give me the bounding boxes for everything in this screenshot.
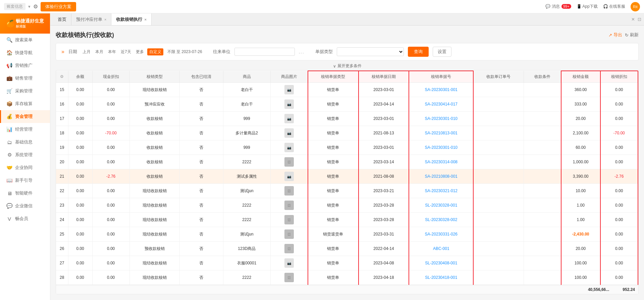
cell-writeoff-doc-type: 销货单 [308,242,359,256]
tab-receipt-close[interactable]: × [144,17,146,22]
from-unit-input[interactable] [234,48,295,56]
doc-type-select[interactable] [337,47,404,56]
page-content: 收款核销执行(按收款) ↗ 导出 ↻ 刷新 » 日期 [50,26,644,300]
sidebar-item-guide[interactable]: 📖新手引导 [0,174,50,187]
writeoff-doc-link[interactable]: SA-20230414-017 [425,102,458,106]
cell-writeoff-doc-no: SL-20230418-001 [409,270,473,285]
date-btn-this-month[interactable]: 本月 [94,48,105,55]
cell-writeoff-amount: 1.00 [561,198,600,213]
writeoff-doc-link[interactable]: SA-20230331-026 [425,232,458,237]
cell-writeoff-doc-type: 销货单 [308,97,359,112]
query-button[interactable]: 查询 [408,47,429,57]
table-row: 15 0.00 0.00 现结收款核销 否 老白干 📷 销货单 2023-03-… [56,83,638,97]
cell-balance: 0.00 [68,112,92,126]
date-btn-more[interactable]: 更多 [135,48,145,55]
tab-expand-icon[interactable]: ⊡ [638,17,641,22]
trial-btn[interactable]: 体验行业方案 [41,2,76,11]
online-service-link[interactable]: 🎧 在线客服 [603,4,625,9]
date-btn-custom[interactable]: 自定义 [147,48,163,55]
cell-included-clear: 否 [179,184,223,198]
cell-writeoff-type: 现结收款核销 [129,227,179,242]
cell-goods: 999 [223,112,270,126]
writeoff-doc-link[interactable]: SL-20230328-001 [425,203,457,208]
tab-bar-actions: ✕ ⊡ [631,17,641,22]
cell-writeoff-doc-type: 销货退货单 [308,227,359,242]
refresh-button[interactable]: ↻ 刷新 [625,32,639,38]
sidebar-label-hardware: 智能硬件 [15,190,33,196]
sidebar-item-purchase[interactable]: 🛒采购管理 [0,85,50,97]
date-btn-last-month[interactable]: 上月 [81,48,92,55]
sidebar-label-search: 搜索菜单 [15,37,33,43]
writeoff-doc-link[interactable]: SA-20210808-001 [425,174,458,179]
writeoff-doc-link[interactable]: SA-20210813-001 [425,131,458,135]
writeoff-doc-link[interactable]: SA-20230301-010 [425,145,458,150]
finance-icon: 💰 [6,114,12,120]
writeoff-doc-link[interactable]: ABC-001 [433,246,449,251]
collab-icon: 🤝 [6,165,12,171]
writeoff-doc-link[interactable]: SA-20230301-010 [425,116,458,121]
writeoff-doc-link[interactable]: SL-20230408-001 [425,261,457,265]
tab-home[interactable]: 首页 [53,13,71,25]
marketing-icon: 📢 [6,62,12,69]
cell-writeoff-doc-date: 2023-04-14 [359,97,409,112]
cell-writeoff-doc-type: 销货单 [308,184,359,198]
tab-receipt[interactable]: 收款核销执行 × [111,13,151,25]
writeoff-doc-link[interactable]: SL-20230328-002 [425,217,457,222]
sidebar-item-member[interactable]: V畅会员 [0,212,50,225]
cell-writeoff-doc-no: SA-20230301-010 [409,112,473,126]
chevron-down-icon[interactable]: ▾ [28,4,31,9]
date-options: 上月 本月 本年 近7天 更多 自定义 [81,48,163,55]
app-download-link[interactable]: 📱 App下载 [577,4,598,9]
writeoff-doc-link[interactable]: SA-20230321-012 [425,188,458,193]
sidebar-item-finance[interactable]: 💰资金管理 [0,110,50,123]
cell-balance: 0.00 [68,155,92,169]
sidebar-label-collab: 企业协同 [15,165,33,171]
cell-writeoff-doc-date: 2023-03-01 [359,112,409,126]
user-avatar[interactable]: Rit [631,2,640,11]
sidebar-item-basic[interactable]: 🗂基础信息 [0,136,50,148]
filter-main-row: » 日期 上月 本月 本年 近7天 更多 自定义 不限 至 2023-07-26… [61,47,633,57]
notification-icon[interactable]: 💬 消息 99+ [545,4,571,9]
cell-receipt-condition [524,140,561,155]
top-bar: 账套信息 ▾ ⚙ 体验行业方案 💬 消息 99+ 📱 App下载 🎧 在线客服 … [0,0,644,13]
sidebar-item-operation[interactable]: 📊经营管理 [0,123,50,136]
collapse-icon[interactable]: » [61,49,64,55]
page-header: 收款核销执行(按收款) ↗ 导出 ↻ 刷新 [56,31,639,39]
goods-thumbnail: 📷 [284,114,294,123]
cell-included-clear: 否 [179,83,223,97]
writeoff-doc-link[interactable]: SA-20230314-008 [425,160,458,164]
goods-thumbnail: 📷 [284,99,294,109]
col-settings[interactable]: ⚙ [56,71,68,83]
cell-writeoff-discount: 0.00 [600,97,638,112]
tab-close-icon[interactable]: ✕ [631,17,635,22]
date-btn-7days[interactable]: 近7天 [119,48,132,55]
purchase-icon: 🛒 [6,88,12,94]
date-btn-this-year[interactable]: 本年 [107,48,117,55]
tab-prepay-close[interactable]: × [104,17,106,22]
cell-included-clear: 否 [179,97,223,112]
sidebar-item-shortcut[interactable]: 🏠快捷导航 [0,46,50,59]
expand-conditions-button[interactable]: ∨ 展开更多条件 [333,63,362,69]
writeoff-doc-link[interactable]: SL-20230418-001 [425,275,457,280]
sidebar-item-hardware[interactable]: 🖥智能硬件 [0,187,50,200]
search-icon: 🔍 [6,37,12,43]
sidebar-item-system[interactable]: ⚙系统管理 [0,148,50,161]
sidebar-item-search[interactable]: 🔍搜索菜单 [0,34,50,46]
sidebar-item-collab[interactable]: 🤝企业协同 [0,161,50,174]
sidebar-item-wechat[interactable]: 💬企业微信 [0,200,50,212]
tab-prepay[interactable]: 预付冲应付单 × [71,13,111,25]
column-settings-icon[interactable]: ⚙ [60,74,64,79]
sidebar-item-sales[interactable]: 💼销售管理 [0,72,50,85]
setting-button[interactable]: 设置 [433,47,451,57]
cell-goods-img: 📷 [270,256,308,270]
cell-balance: 0.00 [68,83,92,97]
sidebar-item-marketing[interactable]: 📢营销推广 [0,59,50,72]
export-button[interactable]: ↗ 导出 [608,32,622,38]
cell-no: 26 [56,242,68,256]
logo-icon: 🍊 [6,19,14,28]
cell-no: 22 [56,184,68,198]
sidebar-item-inventory[interactable]: 📦库存核算 [0,97,50,110]
gear-icon[interactable]: ⚙ [33,3,38,10]
cell-goods-img: 🖼 [270,213,308,227]
writeoff-doc-link[interactable]: SA-20230301-001 [425,87,458,92]
